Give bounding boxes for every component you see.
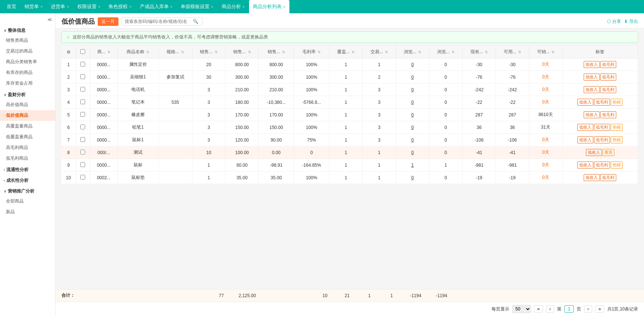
sidebar-item-低覆盖量商品[interactable]: 低覆盖量商品 [0,132,55,142]
nav-item-产成品入库单[interactable]: 产成品入库单 × [136,0,176,13]
page-title: 低价值商品 [61,17,95,26]
tag-低收入: 低收入 [584,174,600,181]
row-checkbox-5[interactable] [80,112,85,117]
browse1-link-7[interactable]: 0 [411,137,414,143]
sidebar-item-全部商品[interactable]: 全部商品 [0,196,55,207]
browse1-link-8[interactable]: 0 [411,150,414,155]
table-row: 20000...吴细细1参加复试30300.00300.00100%1200-7… [61,71,638,84]
sidebar-group-盈财分析[interactable]: ∨ 盈财分析 [0,89,55,99]
row-checkbox-8[interactable] [80,150,85,154]
filter-button[interactable]: 近一月 [98,17,118,26]
browse1-link-10[interactable]: 0 [411,175,414,180]
select-all-checkbox[interactable] [80,49,85,54]
last-page-button[interactable]: » [595,305,604,313]
sidebar-item-库存资金占用[interactable]: 库存资金占用 [0,78,55,89]
total-cell: -1194 [403,293,429,298]
col-trade[interactable]: 交易... ⇅ [363,46,396,58]
row-checkbox-6[interactable] [80,125,85,129]
col-margin[interactable]: 毛利率 ⇅ [294,46,329,58]
col-available[interactable]: 可用... ⇅ [496,46,529,58]
sidebar-item-高覆盖量商品[interactable]: 高覆盖量商品 [0,121,55,132]
per-page-select[interactable]: 50 100 [512,305,531,313]
nav-item-首页[interactable]: 首页 [3,0,20,13]
col-tags[interactable]: 标签 [562,46,638,58]
main-content: 低价值商品 近一月 🔍 ⬡ 分享 ⬇ 导出 [56,13,644,316]
data-table-wrapper[interactable]: ⚙ 商... ⇅ 商品名称 ⇅ 规格... ⇅ 销售... ⇅ 销售... ⇅ … [61,46,638,289]
row-checkbox-2[interactable] [80,74,85,79]
sidebar-item-交易过的商品[interactable]: 交易过的商品 [0,46,55,57]
nav-close-产成品入库单[interactable]: × [170,4,172,9]
nav-close-单据模板设置[interactable]: × [211,4,213,9]
col-sale-amount[interactable]: 销售... ⇅ [225,46,259,58]
tag-低收入: 低收入 [577,136,593,143]
total-label: 合计： [61,292,75,299]
next-page-button[interactable]: › [584,305,592,313]
nav-item-角色授权[interactable]: 角色授权 × [105,0,135,13]
sidebar-item-低价值商品[interactable]: 低价值商品 [0,110,55,121]
sidebar-item-高价值商品[interactable]: 高价值商品 [0,99,55,110]
col-current-stock[interactable]: 现有... ⇅ [462,46,496,58]
table-row: 60000...铅笔13150.00150.00100%1300363631天低… [61,121,638,134]
browse1-link-9[interactable]: 1 [411,163,414,168]
total-cell [292,293,314,298]
search-input[interactable] [125,19,191,24]
row-checkbox-7[interactable] [80,137,85,142]
row-checkbox-9[interactable] [80,162,85,167]
col-sale-profit[interactable]: 销售... ⇅ [259,46,294,58]
prev-page-button[interactable]: ‹ [546,305,554,313]
col-coverage[interactable]: 覆盖... ⇅ [329,46,363,58]
sidebar-group-成长性分析[interactable]: › 成长性分析 [0,174,55,185]
col-browse2[interactable]: 浏览... ⇅ [429,46,463,58]
sidebar-item-商品分类销售率[interactable]: 商品分类销售率 [0,57,55,67]
nav-item-商品分析列表[interactable]: 商品分析列表 × [249,0,289,13]
col-browse1[interactable]: 浏览... ⇅ [396,46,429,58]
row-checkbox-4[interactable] [80,99,85,104]
col-spec[interactable]: 规格... ⇅ [158,46,192,58]
browse1-link-4[interactable]: 0 [411,100,414,105]
browse1-link-2[interactable]: 0 [411,75,414,80]
browse1-link-5[interactable]: 0 [411,112,414,118]
nav-close-进货单[interactable]: × [67,4,69,9]
col-name[interactable]: 商品名称 ⇅ [117,46,158,58]
sidebar-item-销售类商品[interactable]: 销售类商品 [0,35,55,46]
nav-close-权限设置[interactable]: × [98,4,100,9]
collapse-sidebar-button[interactable]: ≪ [46,16,54,24]
col-sale-qty[interactable]: 销售... ⇅ [192,46,225,58]
row-checkbox-1[interactable] [80,62,85,67]
nav-close-商品分析[interactable]: × [242,4,245,9]
nav-item-进货单[interactable]: 进货单 × [47,0,73,13]
sidebar-group-流通性分析[interactable]: › 流通性分析 [0,164,55,174]
table-row: 70000...鼠标13120.0090.0075%1300-106-1060天… [61,134,638,146]
col-saleable[interactable]: 可销... ⇅ [529,46,562,58]
nav-item-销货单[interactable]: 销货单 × [21,0,46,13]
sidebar-item-低毛利商品[interactable]: 低毛利商品 [0,153,55,164]
first-page-button[interactable]: « [534,305,543,313]
nav-item-单据模板设置[interactable]: 单据模板设置 × [177,0,217,13]
col-code[interactable]: 商... ⇅ [90,46,117,58]
sidebar-item-有库存的商品[interactable]: 有库存的商品 [0,67,55,78]
tag-低毛利: 低毛利 [600,74,616,81]
share-button[interactable]: ⬡ 分享 [607,18,621,25]
sidebar-item-新品[interactable]: 新品 [0,207,55,217]
browse1-link-1[interactable]: 0 [411,62,414,67]
nav-close-商品分析列表[interactable]: × [283,4,285,9]
tag-低收入: 低收入 [584,74,600,81]
browse1-link-6[interactable]: 0 [411,125,414,130]
sidebar-group-营销推广分析[interactable]: ∨ 营销推广分析 [0,185,55,196]
nav-item-权限设置[interactable]: 权限设置 × [74,0,104,13]
row-checkbox-10[interactable] [80,175,85,180]
row-checkbox-3[interactable] [80,87,85,92]
col-checkbox[interactable] [76,46,90,58]
search-icon[interactable]: 🔍 [193,19,198,24]
col-settings[interactable]: ⚙ [61,46,76,58]
nav-close-角色授权[interactable]: × [129,4,131,9]
table-row: 50000...橡皮擦3170.00170.00100%130028728786… [61,109,638,121]
sidebar-item-高毛利商品[interactable]: 高毛利商品 [0,142,55,153]
sidebar: ≪ ∨ 整体信息销售类商品交易过的商品商品分类销售率有库存的商品库存资金占用∨ … [0,13,56,316]
nav-close-销货单[interactable]: × [40,4,43,9]
browse1-link-3[interactable]: 0 [411,87,414,92]
tag-热销: 热销 [611,124,623,131]
export-button[interactable]: ⬇ 导出 [624,18,638,25]
sidebar-group-整体信息[interactable]: ∨ 整体信息 [0,24,55,35]
nav-item-商品分析[interactable]: 商品分析 × [218,0,248,13]
